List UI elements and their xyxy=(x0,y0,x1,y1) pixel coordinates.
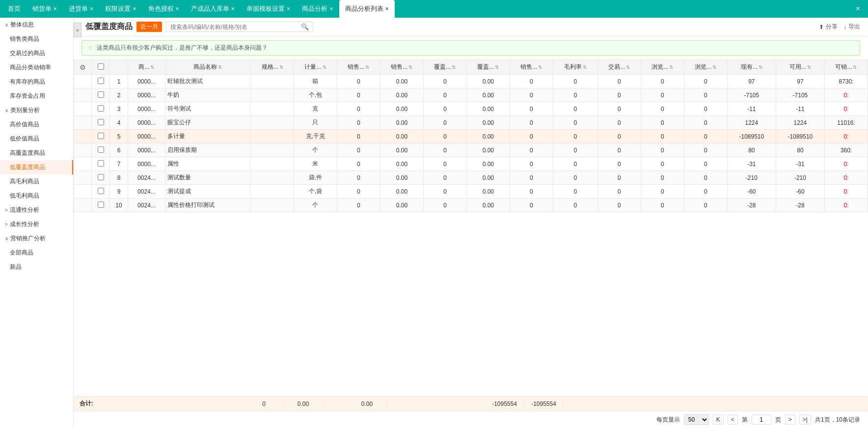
content-header: 低覆盖度商品 近一月 🔍 ⬆ 分享 ↓ 导出 xyxy=(74,18,868,36)
browse1-link[interactable]: 0 xyxy=(661,92,664,99)
sidebar-item-high-value[interactable]: 高价值商品 xyxy=(0,117,73,132)
first-page-btn[interactable]: K xyxy=(713,415,724,425)
sidebar-item-low-coverage[interactable]: 低覆盖度商品 xyxy=(0,160,73,174)
th-gross-margin[interactable]: 毛利率⇅ xyxy=(553,60,597,75)
sidebar-item-new-goods[interactable]: 新品 xyxy=(0,260,73,274)
sidebar-item-low-profit[interactable]: 低毛利商品 xyxy=(0,189,73,203)
select-all-checkbox[interactable] xyxy=(98,63,104,70)
sidebar-item-all-goods[interactable]: 全部商品 xyxy=(0,246,73,260)
share-btn[interactable]: ⬆ 分享 xyxy=(819,23,838,31)
footer-sales-qty: 0 xyxy=(244,400,284,407)
row-checkbox[interactable] xyxy=(98,119,104,125)
nav-home[interactable]: 首页 xyxy=(2,0,27,18)
browse1-link[interactable]: 0 xyxy=(661,106,664,113)
row-checkbox[interactable] xyxy=(98,146,104,153)
export-btn[interactable]: ↓ 导出 xyxy=(843,23,860,31)
row-checkbox[interactable] xyxy=(98,133,104,139)
th-code[interactable]: 商...⇅ xyxy=(128,60,165,75)
table-row: 20000...牛奶个,包00.0000.0000000-7105-71050: xyxy=(74,88,868,102)
th-sales-amt[interactable]: 销售...⇅ xyxy=(380,60,423,75)
next-page-btn[interactable]: > xyxy=(785,415,795,425)
th-browse1[interactable]: 浏览...⇅ xyxy=(641,60,684,75)
browse1-link[interactable]: 0 xyxy=(661,188,664,195)
th-available[interactable]: 可用...⇅ xyxy=(776,60,824,75)
sidebar-item-goods-trend[interactable]: 商品分类动销率 xyxy=(0,60,73,75)
row-checkbox[interactable] xyxy=(98,78,104,84)
arrow-growth: > xyxy=(5,222,8,227)
sort-sellable-icon: ⇅ xyxy=(853,64,857,70)
content-area: « 低覆盖度商品 近一月 🔍 ⬆ 分享 ↓ 导出 xyxy=(74,18,868,428)
nav-sales[interactable]: 销货单 × xyxy=(27,0,63,18)
sidebar-section-flow[interactable]: > 流通性分析 xyxy=(0,203,73,217)
th-settings[interactable]: ⚙ xyxy=(74,60,92,75)
row-checkbox[interactable] xyxy=(98,91,104,98)
nav-analysis-list[interactable]: 商品分析列表 × xyxy=(339,0,395,18)
table-wrapper[interactable]: ⚙ 商...⇅ 商品名称⇅ 规格...⇅ 计量...⇅ 销售...⇅ 销售...… xyxy=(74,59,868,396)
share-icon: ⬆ xyxy=(819,24,824,30)
row-checkbox[interactable] xyxy=(98,174,104,180)
share-label: 分享 xyxy=(826,23,838,31)
sidebar-section-overall-label: 整体信息 xyxy=(10,21,34,29)
nav-template[interactable]: 单据模板设置 × xyxy=(241,0,296,18)
row-checkbox[interactable] xyxy=(98,105,104,112)
sidebar-section-category[interactable]: ∨ 类别量分析 xyxy=(0,103,73,117)
th-sales-qty[interactable]: 销售...⇅ xyxy=(337,60,380,75)
sidebar-item-inventory-capital[interactable]: 库存资金占用 xyxy=(0,89,73,103)
th-transaction[interactable]: 交易...⇅ xyxy=(597,60,641,75)
browse1-link[interactable]: 0 xyxy=(661,174,664,181)
search-input[interactable] xyxy=(170,24,301,30)
table-row: 40000...眼宝公仔只00.0000.0000000122412241101… xyxy=(74,116,868,130)
time-filter-btn[interactable]: 近一月 xyxy=(136,22,162,32)
sidebar-section-growth[interactable]: > 成长性分析 xyxy=(0,217,73,231)
sidebar-item-traded-goods[interactable]: 交易过的商品 xyxy=(0,46,73,60)
nav-permission[interactable]: 权限设置 × xyxy=(99,0,142,18)
th-spec[interactable]: 规格...⇅ xyxy=(251,60,294,75)
table-row: 30000...符号测试克00.0000.0000000-11-110: xyxy=(74,102,868,116)
page-suffix: 页 xyxy=(775,416,781,424)
sort-spec-icon: ⇅ xyxy=(279,64,283,70)
browse1-link[interactable]: 0 xyxy=(661,202,664,209)
search-icon[interactable]: 🔍 xyxy=(301,23,309,30)
nav-product[interactable]: 产成品入库单 × xyxy=(185,0,241,18)
sidebar-item-low-value[interactable]: 低价值商品 xyxy=(0,132,73,146)
sidebar-section-overall[interactable]: ∨ 整体信息 xyxy=(0,18,73,32)
table-header-row: ⚙ 商...⇅ 商品名称⇅ 规格...⇅ 计量...⇅ 销售...⇅ 销售...… xyxy=(74,60,868,75)
sidebar-item-inventory-goods[interactable]: 有库存的商品 xyxy=(0,75,73,89)
th-browse2[interactable]: 浏览...⇅ xyxy=(684,60,727,75)
th-sellable[interactable]: 可销...⇅ xyxy=(824,60,868,75)
th-name[interactable]: 商品名称⇅ xyxy=(165,60,250,75)
row-checkbox[interactable] xyxy=(98,201,104,208)
sidebar-collapse-btn[interactable]: « xyxy=(74,23,81,37)
browse1-link[interactable]: 0 xyxy=(661,147,664,154)
browse1-link[interactable]: 0 xyxy=(661,133,664,140)
browse1-link[interactable]: 0 xyxy=(661,161,664,168)
sidebar-item-high-profit[interactable]: 高毛利商品 xyxy=(0,174,73,189)
sidebar-section-marketing[interactable]: ∨ 营销推广分析 xyxy=(0,231,73,246)
table-row: 70000...属性米00.0000.0000000-31-310: xyxy=(74,157,868,171)
table-row: 100024...属性价格打印测试个00.0000.0000000-28-280… xyxy=(74,199,868,212)
close-all-btn[interactable]: × xyxy=(850,0,866,18)
th-sales-info[interactable]: 销售...⇅ xyxy=(510,60,553,75)
table-row: 80024...测试数量袋,件00.0000.0000000-210-2100: xyxy=(74,171,868,185)
th-coverage1[interactable]: 覆盖...⇅ xyxy=(423,60,466,75)
nav-purchase[interactable]: 进货单 × xyxy=(63,0,99,18)
info-banner: ☆ 这类商品只有很少客户购买过，是推广不够，还是商品本身问题？ xyxy=(81,40,860,56)
th-checkbox[interactable] xyxy=(92,60,109,75)
browse1-link[interactable]: 0 xyxy=(661,78,664,85)
sidebar-item-sales-goods[interactable]: 销售类商品 xyxy=(0,32,73,46)
th-unit[interactable]: 计量...⇅ xyxy=(294,60,337,75)
row-checkbox[interactable] xyxy=(98,188,104,194)
per-page-select[interactable]: 50 10 20 100 xyxy=(684,414,709,425)
sort-sales-info-icon: ⇅ xyxy=(538,64,542,70)
prev-page-btn[interactable]: < xyxy=(728,415,738,425)
nav-role[interactable]: 角色授权 × xyxy=(142,0,185,18)
nav-analysis[interactable]: 商品分析 × xyxy=(296,0,339,18)
th-current[interactable]: 现有...⇅ xyxy=(727,60,776,75)
th-coverage2[interactable]: 覆盖...⇅ xyxy=(466,60,510,75)
last-page-btn[interactable]: >| xyxy=(799,415,811,425)
table-row: 90024...测试提成个,袋00.0000.0000000-60-600: xyxy=(74,185,868,199)
browse1-link[interactable]: 0 xyxy=(661,119,664,126)
sidebar-item-high-coverage[interactable]: 高覆盖度商品 xyxy=(0,146,73,160)
page-input[interactable] xyxy=(752,415,771,425)
row-checkbox[interactable] xyxy=(98,160,104,167)
